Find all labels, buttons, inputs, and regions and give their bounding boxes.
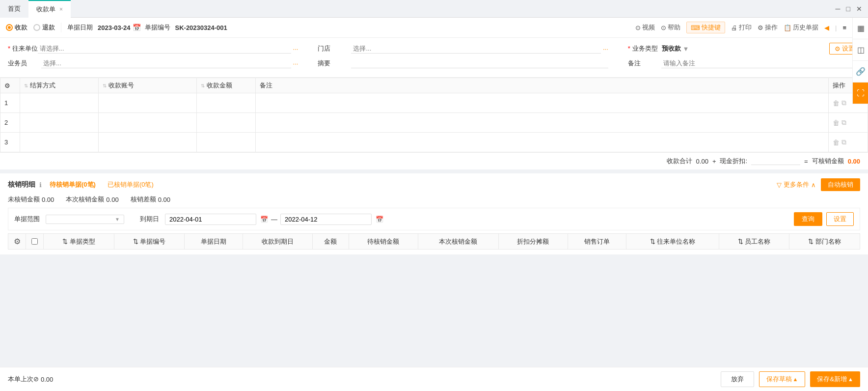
tab-home[interactable]: 首页 — [0, 0, 28, 18]
minimize-icon[interactable]: ─ — [836, 5, 841, 13]
tab-close-icon[interactable]: × — [59, 6, 63, 13]
auto-verify-btn[interactable]: 自动核销 — [821, 178, 860, 191]
row-2-remark[interactable] — [256, 113, 829, 133]
store-label: 门店 — [318, 44, 347, 53]
window-close-icon[interactable]: ✕ — [856, 5, 862, 13]
row-3-delete-icon[interactable]: 🗑 — [833, 139, 840, 146]
print-btn[interactable]: 🖨 打印 — [731, 23, 752, 32]
tab-receipt[interactable]: 收款单 × — [28, 0, 71, 18]
counterpart-input[interactable] — [38, 44, 291, 54]
discount-label: 现金折扣: — [720, 157, 747, 166]
btcol-discount-header: 折扣分摊额 — [498, 234, 568, 250]
save-new-button[interactable]: 保存&新增 ▲ — [810, 371, 860, 387]
radio-receipt[interactable]: 收款 — [6, 23, 27, 32]
filter-date-from-input[interactable] — [165, 214, 256, 225]
store-input[interactable] — [351, 44, 601, 54]
row-2-account[interactable] — [99, 113, 197, 133]
table-row: 3 🗑 ⧉ — [0, 133, 868, 152]
select-all-checkbox[interactable] — [31, 238, 38, 245]
calendar-to-icon[interactable]: 📅 — [376, 216, 383, 223]
btcol-docno-header: ⇅ 单据编号 — [114, 234, 185, 250]
query-btn[interactable]: 查询 — [794, 212, 822, 226]
help-btn[interactable]: ⊙ 帮助 — [661, 23, 680, 32]
row-2-amount[interactable] — [197, 113, 256, 133]
toolbar-right: ⊙ 视频 ⊙ 帮助 ⌨ 快捷键 🖨 打印 ⚙ 操作 📋 历史单据 ◀ | ≡ ▦ — [635, 22, 862, 33]
print-label: 打印 — [739, 23, 752, 32]
discount-input[interactable] — [751, 157, 800, 165]
print-icon: 🖨 — [731, 24, 737, 31]
counterpart-label: * 往来单位 — [8, 44, 38, 53]
bottom-table-container: ⚙ ⇅ 单据类型 ⇅ 单据编号 单据日期 — [8, 233, 860, 250]
btcol-config[interactable]: ⚙ — [8, 234, 26, 250]
tab-pending[interactable]: 待核销单据(0笔) — [46, 179, 100, 190]
row-3-account[interactable] — [99, 133, 197, 152]
row-1-remark[interactable] — [256, 93, 829, 113]
staff-input[interactable] — [41, 58, 291, 68]
col-config-header[interactable]: ⚙ — [0, 78, 20, 93]
section-divider — [0, 169, 868, 173]
staff-more-icon[interactable]: ··· — [293, 60, 298, 67]
table-config-btn[interactable]: ⚙ — [14, 237, 21, 246]
nav-prev-icon[interactable]: ◀ — [824, 24, 829, 31]
row-3-amount[interactable] — [197, 133, 256, 152]
calendar-from-icon[interactable]: 📅 — [260, 216, 268, 223]
row-3-ops: 🗑 ⧉ — [829, 133, 868, 152]
date-value: 2023-03-24 — [98, 24, 131, 31]
filter-range-arrow: ▼ — [115, 217, 120, 222]
sidebar-icon-1[interactable]: ▦ — [853, 18, 868, 39]
sidebar-icon-3[interactable]: 🔗 — [853, 61, 868, 83]
list-view-icon[interactable]: ≡ — [842, 24, 846, 31]
row-1-delete-icon[interactable]: 🗑 — [833, 99, 840, 107]
total-label: 收款合计 — [667, 157, 692, 166]
row-1-amount[interactable] — [197, 93, 256, 113]
row-1-settlement[interactable] — [20, 93, 99, 113]
col-ops-label: 操作 — [833, 82, 845, 89]
ops-label: 操作 — [765, 23, 778, 32]
draft-arrow-icon: ▲ — [793, 376, 798, 382]
date-separator: — — [271, 216, 277, 223]
row-3-remark[interactable] — [256, 133, 829, 152]
sidebar-icon-2[interactable]: ◫ — [853, 39, 868, 61]
save-draft-button[interactable]: 保存草稿 ▲ — [759, 371, 806, 387]
ops-btn[interactable]: ⚙ 操作 — [758, 23, 778, 32]
btcol-docdate-label: 单据日期 — [201, 238, 226, 245]
maximize-icon[interactable]: □ — [846, 5, 850, 13]
filter-date-to-input[interactable] — [280, 214, 372, 225]
row-num-2: 2 — [0, 113, 20, 133]
btcol-docno-label: 单据编号 — [140, 238, 165, 245]
row-3-copy-icon[interactable]: ⧉ — [841, 138, 846, 146]
verify-table: ⚙ ⇅ 单据类型 ⇅ 单据编号 单据日期 — [8, 233, 860, 250]
biz-type-dropdown-icon[interactable]: ▼ — [683, 45, 689, 53]
receipt-type-group: 收款 退款 — [6, 23, 55, 32]
store-more-icon[interactable]: ··· — [603, 45, 608, 53]
receipt-table: ⚙ ⇅ 结算方式 ⇅ 收款账号 ⇅ 收款金额 备注 操作 — [0, 78, 868, 152]
row-1-copy-icon[interactable]: ⧉ — [841, 99, 846, 107]
remark-input[interactable] — [661, 58, 860, 68]
btcol-amount-label: 金额 — [324, 238, 337, 245]
summary-input[interactable] — [351, 58, 608, 68]
verify-stats: 未核销金额 0.00 本次核销金额 0.00 核销差额 0.00 — [8, 195, 860, 204]
row-1-account[interactable] — [99, 93, 197, 113]
discard-button[interactable]: 放弃 — [721, 371, 754, 387]
sidebar-icon-4[interactable]: ⛶ — [853, 83, 868, 104]
filter-range-select[interactable]: ▼ — [46, 215, 124, 224]
row-2-delete-icon[interactable]: 🗑 — [833, 119, 840, 127]
verify-value: 0.00 — [848, 158, 860, 165]
row-2-copy-icon[interactable]: ⧉ — [841, 118, 846, 127]
counterpart-more-icon[interactable]: ··· — [293, 45, 298, 53]
toolbar-divider-1 — [61, 23, 61, 32]
row-3-settlement[interactable] — [20, 133, 99, 152]
history-btn[interactable]: 📋 历史单据 — [784, 23, 818, 32]
shortcut-btn[interactable]: ⌨ 快捷键 — [686, 22, 725, 33]
more-conditions-btn[interactable]: ▽ 更多条件 ∧ — [777, 180, 816, 189]
footer-left: 本单上次⊘ 0.00 — [8, 375, 53, 384]
form-section: * 往来单位 ··· 门店 ··· * 业务类型 预收款 ▼ ⚙ 设置 — [0, 38, 868, 78]
doc-number-value: SK-20230324-001 — [175, 24, 227, 31]
video-btn[interactable]: ⊙ 视频 — [635, 23, 655, 32]
filter-settings-btn[interactable]: 设置 — [826, 212, 854, 226]
stat-diff-label: 核销差额 — [131, 195, 156, 204]
radio-refund[interactable]: 退款 — [33, 23, 55, 32]
row-2-settlement[interactable] — [20, 113, 99, 133]
calendar-icon[interactable]: 📅 — [133, 24, 141, 31]
tab-done[interactable]: 已核销单据(0笔) — [104, 179, 158, 190]
